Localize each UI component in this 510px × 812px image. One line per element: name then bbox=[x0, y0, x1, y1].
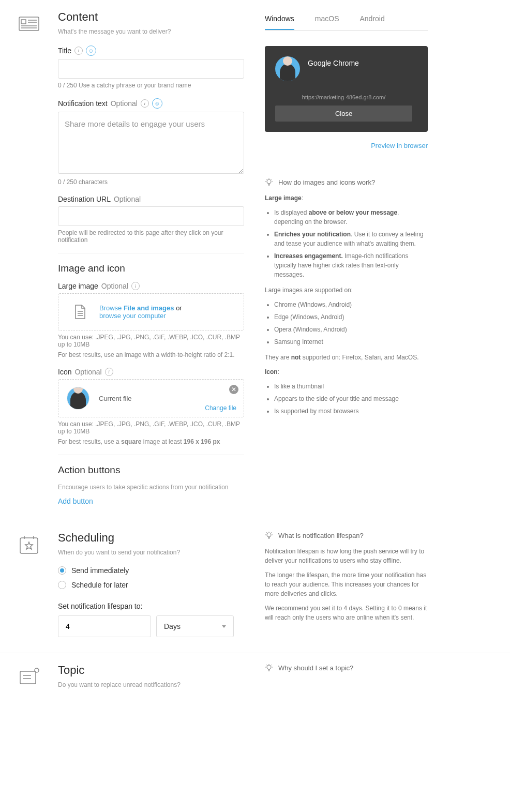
scheduling-heading: Scheduling bbox=[58, 531, 244, 545]
topic-icon bbox=[18, 666, 40, 688]
notif-helper: 0 / 250 characters bbox=[58, 178, 244, 186]
content-subtitle: What's the message you want to deliver? bbox=[58, 28, 244, 35]
svg-point-9 bbox=[267, 179, 271, 184]
emoji-icon[interactable] bbox=[152, 98, 162, 109]
calendar-icon bbox=[18, 534, 40, 555]
preview-in-browser-link[interactable]: Preview in browser bbox=[371, 142, 428, 149]
tab-macos[interactable]: macOS bbox=[315, 10, 339, 30]
svg-point-29 bbox=[35, 668, 39, 672]
svg-line-26 bbox=[266, 532, 267, 533]
tab-android[interactable]: Android bbox=[359, 10, 384, 30]
svg-line-39 bbox=[272, 665, 272, 665]
preview-tabs: Windows macOS Android bbox=[265, 10, 428, 31]
icon-upload-box: Current file ✕ Change file bbox=[58, 379, 244, 417]
title-helper: 0 / 250 Use a catchy phrase or your bran… bbox=[58, 82, 244, 89]
notification-preview: Google Chrome https://marketing-486ed.gr… bbox=[265, 46, 428, 132]
optional-label: Optional bbox=[74, 368, 101, 376]
info-icon[interactable]: i bbox=[105, 368, 113, 376]
radio-schedule-later[interactable]: Schedule for later bbox=[58, 581, 244, 589]
tip-body: Notification lifespan is how long the pu… bbox=[265, 547, 428, 622]
lifespan-input[interactable] bbox=[58, 615, 151, 637]
icon-helper: You can use: .JPEG, .JPG, .PNG, .GIF, .W… bbox=[58, 420, 244, 435]
tip-question: How do images and icons work? bbox=[278, 178, 375, 186]
radio-icon bbox=[58, 581, 66, 589]
chevron-down-icon bbox=[222, 625, 226, 628]
tip-body: Large image: Is displayed above or below… bbox=[265, 193, 428, 416]
svg-rect-28 bbox=[20, 671, 36, 684]
dest-helper: People will be redirected to this page a… bbox=[58, 229, 244, 244]
radio-icon bbox=[58, 566, 66, 575]
icon-preview bbox=[67, 387, 89, 410]
action-buttons-heading: Action buttons bbox=[58, 464, 244, 476]
file-icon bbox=[74, 304, 86, 320]
change-file-link[interactable]: Change file bbox=[205, 404, 236, 412]
lightbulb-icon bbox=[265, 178, 273, 186]
remove-icon-button[interactable]: ✕ bbox=[229, 385, 238, 394]
info-icon[interactable]: i bbox=[74, 47, 83, 55]
notif-textarea[interactable] bbox=[58, 112, 244, 174]
current-file-label: Current file bbox=[99, 395, 132, 402]
tab-windows[interactable]: Windows bbox=[265, 10, 294, 30]
tip-question: What is notification lifespan? bbox=[278, 532, 364, 539]
tip-question: Why should I set a topic? bbox=[278, 664, 353, 672]
dest-url-input[interactable] bbox=[58, 206, 244, 226]
optional-label: Optional bbox=[101, 282, 128, 290]
content-heading: Content bbox=[58, 10, 244, 24]
svg-point-20 bbox=[267, 533, 271, 537]
notif-label: Notification text bbox=[58, 99, 108, 108]
optional-label: Optional bbox=[111, 99, 138, 108]
image-icon-heading: Image and icon bbox=[58, 263, 244, 274]
info-icon[interactable]: i bbox=[141, 99, 149, 108]
icon-label: Icon bbox=[58, 368, 71, 376]
large-image-label: Large image bbox=[58, 282, 98, 290]
title-label: Title bbox=[58, 47, 71, 55]
svg-line-38 bbox=[266, 665, 267, 665]
optional-label: Optional bbox=[114, 195, 141, 203]
title-input[interactable] bbox=[58, 59, 244, 79]
svg-point-32 bbox=[267, 665, 271, 669]
add-button[interactable]: Add button bbox=[58, 497, 93, 505]
lightbulb-icon bbox=[265, 664, 273, 672]
scheduling-subtitle: When do you want to send your notificati… bbox=[58, 549, 244, 556]
svg-line-27 bbox=[272, 532, 272, 533]
topic-subtitle: Do you want to replace unread notificati… bbox=[58, 681, 244, 688]
large-image-upload[interactable]: Browse File and images or browse your co… bbox=[58, 293, 244, 330]
dest-label: Destination URL bbox=[58, 195, 111, 203]
preview-app-name: Google Chrome bbox=[308, 59, 359, 67]
preview-close-button: Close bbox=[275, 106, 412, 122]
content-card-icon bbox=[18, 13, 40, 35]
large-image-helper: You can use: .JPEG, .JPG, .PNG, .GIF, .W… bbox=[58, 334, 244, 348]
topic-heading: Topic bbox=[58, 664, 244, 677]
radio-send-immediately[interactable]: Send immediately bbox=[58, 566, 244, 575]
action-subtitle: Encourage users to take specific actions… bbox=[58, 484, 244, 491]
info-icon[interactable]: i bbox=[131, 282, 140, 290]
preview-avatar bbox=[275, 56, 300, 81]
preview-url: https://marketing-486ed.gr8.com/ bbox=[275, 94, 412, 100]
lifespan-unit-select[interactable]: Days bbox=[156, 615, 234, 637]
svg-line-15 bbox=[266, 179, 267, 179]
emoji-icon[interactable] bbox=[86, 46, 96, 56]
svg-line-16 bbox=[272, 179, 272, 179]
svg-rect-1 bbox=[21, 20, 26, 24]
svg-rect-17 bbox=[20, 538, 38, 553]
lifespan-label: Set notification lifespan to: bbox=[58, 602, 244, 610]
lightbulb-icon bbox=[265, 531, 273, 539]
